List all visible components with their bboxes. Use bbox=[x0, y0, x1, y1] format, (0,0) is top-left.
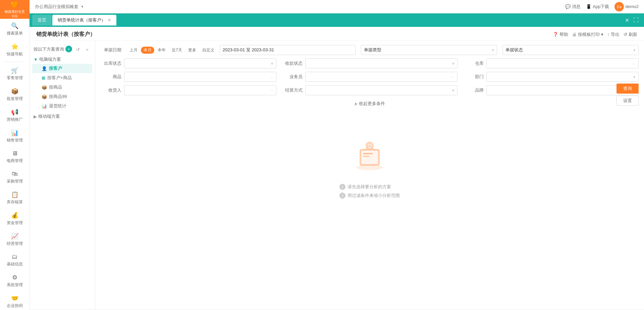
tab-home[interactable]: 首页 bbox=[32, 15, 52, 25]
dept-input[interactable]: ▾ bbox=[486, 72, 639, 82]
product-dots: ··· bbox=[270, 74, 273, 80]
settlement-input[interactable]: ▾ bbox=[305, 85, 458, 95]
svg-rect-2 bbox=[361, 151, 378, 164]
sidebar-item-operation[interactable]: 📈 经营管理 bbox=[0, 229, 30, 250]
page-title: 销货单统计表（按客户） bbox=[36, 31, 95, 38]
date-tab-custom[interactable]: 自定义 bbox=[200, 47, 217, 54]
date-label: 单据日期 bbox=[101, 47, 124, 53]
sidebar-item-ecommerce[interactable]: 🖥 电商管理 bbox=[0, 147, 30, 167]
empty-illustration bbox=[350, 136, 390, 176]
message-label: 消息 bbox=[572, 4, 581, 10]
message-btn[interactable]: 💬 消息 bbox=[565, 4, 581, 10]
scheme-item-by-product[interactable]: 📦 按商品 bbox=[32, 83, 92, 92]
sidebar-item-wholesale[interactable]: 📦 批发管理 bbox=[0, 84, 30, 105]
receiver-dots: ··· bbox=[270, 88, 273, 93]
dept-label: 部门 bbox=[463, 74, 486, 80]
product-label: 商品 bbox=[101, 74, 124, 80]
template-print-btn[interactable]: 🖨 按模板打印 ▾ bbox=[572, 32, 603, 38]
sidebar-item-label: 基础信息 bbox=[7, 261, 23, 267]
brand-input[interactable]: ··· bbox=[486, 85, 639, 95]
sidebar-item-label: 营销推广 bbox=[7, 117, 23, 122]
settlement-label: 结算方式 bbox=[282, 87, 305, 93]
wholesale-icon: 📦 bbox=[11, 88, 18, 95]
tab-close-icon[interactable]: ✕ bbox=[108, 18, 111, 22]
brand-cell: 品牌 ··· bbox=[463, 85, 639, 95]
date-tab-last-7days[interactable]: 近7天 bbox=[169, 47, 185, 54]
scheme-item-by-product-99[interactable]: 📦 按商品99 bbox=[32, 92, 92, 101]
sidebar-item-cooperation[interactable]: 🤝 企业协同 bbox=[0, 291, 30, 310]
sidebar-item-sales[interactable]: 📊 销售管理 bbox=[0, 126, 30, 147]
tab-maximize-icon[interactable]: ⛶ bbox=[631, 17, 641, 23]
salesman-cell: 业务员 ··· bbox=[282, 72, 458, 82]
operation-icon: 📈 bbox=[11, 232, 18, 240]
star-icon: ⭐ bbox=[11, 43, 18, 50]
order-type-input[interactable]: 单据类型 ▾ bbox=[361, 45, 497, 55]
date-tab-last-month[interactable]: 上月 bbox=[127, 47, 140, 54]
scheme-item-return-stat[interactable]: 📊 退货统计 bbox=[32, 101, 92, 111]
refresh-btn[interactable]: ↺ 刷新 bbox=[624, 32, 637, 38]
sidebar-item-quicknav[interactable]: ⭐ 快捷导航 bbox=[0, 40, 30, 60]
tab-close-right-icon[interactable]: ✕ bbox=[624, 17, 631, 23]
filter-row-3: 商品 ··· 业务员 ··· bbox=[101, 72, 639, 82]
logo-icon: 🧡 bbox=[10, 1, 19, 9]
sidebar-item-inventory[interactable]: 📋 库存核算 bbox=[0, 188, 30, 208]
svg-rect-4 bbox=[363, 156, 370, 157]
sidebar-item-search[interactable]: 🔍 搜索菜单 bbox=[0, 19, 30, 40]
search-icon: 🔍 bbox=[11, 22, 18, 30]
brand-label: 品牌 bbox=[463, 87, 486, 93]
scheme-item-label: 按商品99 bbox=[49, 94, 67, 100]
receiver-input[interactable]: ··· bbox=[124, 85, 276, 95]
empty-hint-2: 2 用过滤条件来缩小分析范围 bbox=[339, 191, 400, 200]
inventory-icon: 📋 bbox=[11, 191, 18, 198]
help-icon: ❓ bbox=[553, 32, 558, 37]
app-download-btn[interactable]: 📱 App下载 bbox=[586, 4, 609, 10]
out-status-input[interactable]: ▾ bbox=[124, 58, 276, 68]
chart-icon: 📊 bbox=[42, 104, 47, 109]
order-status-input[interactable]: 单据状态 ▾ bbox=[502, 45, 639, 55]
sidebar-item-basics[interactable]: 🗂 基础信息 bbox=[0, 250, 30, 270]
tab-sales-stat-label: 销货单统计表（按客户） bbox=[58, 17, 106, 23]
scheme-group-mobile-header[interactable]: ▶ 移动端方案 bbox=[32, 112, 92, 121]
sidebar-item-retail[interactable]: 🛒 零售管理 bbox=[0, 63, 30, 84]
warehouse-input[interactable]: ··· bbox=[486, 58, 639, 68]
page-actions: ❓ 帮助 🖨 按模板打印 ▾ ↑ 导出 ↺ 刷新 bbox=[553, 32, 638, 38]
filter-row-4: 收货人 ··· 结算方式 ▾ bbox=[101, 85, 639, 95]
sidebar-item-finance[interactable]: 💰 资金管理 bbox=[0, 208, 30, 229]
order-status-dropdown: ▾ bbox=[633, 48, 636, 53]
settings-button[interactable]: 设置 bbox=[616, 96, 639, 106]
order-status-label: 单据状态 bbox=[505, 47, 523, 53]
receipt-status-input[interactable]: ▾ bbox=[305, 58, 458, 68]
export-btn[interactable]: ↑ 导出 bbox=[607, 32, 620, 38]
salesman-input[interactable]: ··· bbox=[305, 72, 458, 82]
hint-num-1: 1 bbox=[339, 184, 345, 190]
template-print-label: 按模板打印 bbox=[578, 32, 600, 38]
svg-point-9 bbox=[370, 144, 371, 146]
sidebar-item-label: 零售管理 bbox=[7, 75, 23, 81]
sidebar-item-purchase[interactable]: 🛍 采购管理 bbox=[0, 167, 30, 188]
user-profile[interactable]: Ea demo2 bbox=[614, 2, 639, 11]
help-btn[interactable]: ❓ 帮助 bbox=[553, 32, 568, 38]
sidebar-item-marketing[interactable]: 📢 营销推广 bbox=[0, 105, 30, 126]
add-scheme-btn[interactable]: + bbox=[65, 46, 72, 52]
query-button[interactable]: 查询 bbox=[616, 84, 639, 94]
refresh-scheme-btn[interactable]: ↺ bbox=[74, 46, 82, 53]
dropdown-icon[interactable]: ▾ bbox=[81, 4, 84, 9]
page-inner: 销货单统计表（按客户） ❓ 帮助 🖨 按模板打印 ▾ ↑ 导出 bbox=[30, 27, 644, 309]
sidebar-item-label: 经营管理 bbox=[7, 241, 23, 247]
sidebar: 🧡 畅捷通好生意 标版 🔍 搜索菜单 ⭐ 快捷导航 🛒 零售管理 📦 批发管理 … bbox=[0, 0, 30, 310]
date-range-input[interactable]: 2023-03-01 至 2023-03-31 bbox=[220, 45, 356, 55]
collapse-bar[interactable]: ∧ 收起更多条件 bbox=[101, 99, 639, 109]
scheme-item-by-customer[interactable]: 👤 按客户 bbox=[32, 64, 92, 73]
date-tab-this-month[interactable]: 本月 bbox=[141, 47, 154, 54]
scheme-item-by-customer-product[interactable]: ▦ 按客户+商品 bbox=[32, 73, 92, 83]
date-tab-this-year[interactable]: 本年 bbox=[155, 47, 168, 54]
empty-hint-1: 1 请先选择要分析的方案 bbox=[339, 183, 400, 191]
date-tab-more[interactable]: 更多 bbox=[185, 47, 199, 54]
scheme-group-desktop-header[interactable]: ▼ 电脑端方案 bbox=[32, 55, 92, 64]
product-input[interactable]: ··· bbox=[124, 72, 276, 82]
export-icon: ↑ bbox=[607, 32, 610, 37]
tab-sales-stat[interactable]: 销货单统计表（按客户） ✕ bbox=[52, 15, 116, 25]
collapse-panel-btn[interactable]: « bbox=[84, 46, 91, 53]
sidebar-item-system[interactable]: ⚙ 系统管理 bbox=[0, 270, 30, 291]
scheme-item-label: 按客户 bbox=[49, 65, 62, 71]
